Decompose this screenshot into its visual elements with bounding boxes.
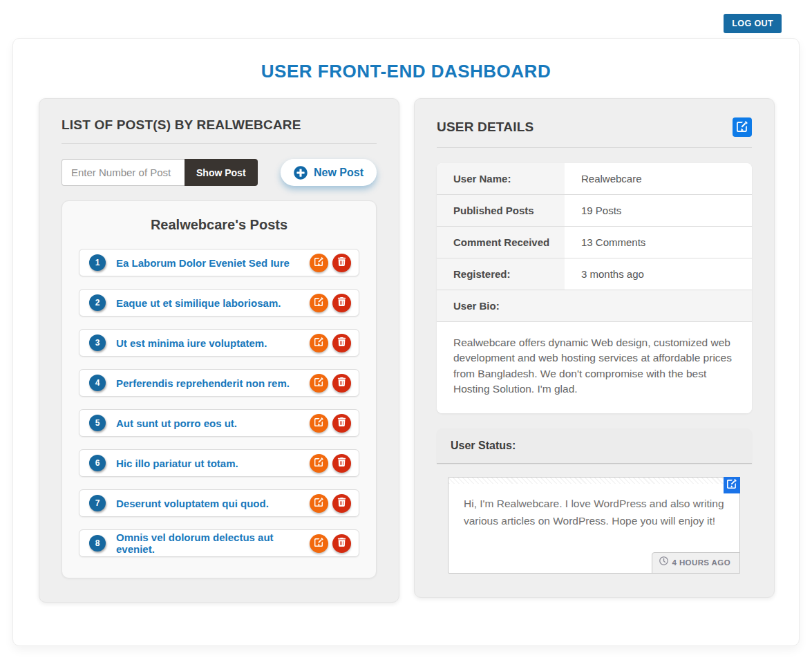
user-details-rows: User Name: Realwebcare Published Posts 1…	[437, 163, 752, 290]
show-post-button[interactable]: Show Post	[185, 159, 258, 186]
edit-post-button[interactable]	[310, 294, 328, 312]
post-title-link[interactable]: Deserunt voluptatem qui quod.	[116, 498, 305, 509]
detail-label: Published Posts	[437, 195, 565, 226]
divider	[437, 147, 752, 148]
post-title-link[interactable]: Perferendis reprehenderit non rem.	[116, 377, 305, 389]
detail-row: Published Posts 19 Posts	[437, 195, 752, 227]
trash-icon	[337, 377, 346, 388]
trash-icon	[337, 297, 346, 308]
delete-post-button[interactable]	[332, 454, 351, 473]
post-title-link[interactable]: Ea Laborum Dolor Eveniet Sed Iure	[116, 257, 305, 269]
user-status-box: Hi, I'm Realwebcare. I love WordPress an…	[448, 477, 740, 574]
post-list-item: 4 Perferendis reprehenderit non rem.	[79, 369, 359, 397]
edit-post-button[interactable]	[310, 494, 328, 513]
post-list-item: 2 Eaque ut et similique laboriosam.	[79, 289, 359, 317]
posts-card: Realwebcare's Posts 1 Ea Laborum Dolor E…	[62, 200, 377, 578]
detail-value: 19 Posts	[565, 195, 752, 226]
dashboard-container: USER FRONT-END DASHBOARD LIST OF POST(S)…	[12, 38, 800, 646]
post-list-item: 8 Omnis vel dolorum delectus aut eveniet…	[79, 529, 359, 557]
edit-post-button[interactable]	[310, 334, 328, 352]
detail-row: Comment Received 13 Comments	[437, 227, 752, 258]
posts-controls: Show Post New Post	[62, 159, 377, 186]
user-bio-text: Realwebcare offers dynamic Web design, c…	[437, 322, 752, 413]
page-title: USER FRONT-END DASHBOARD	[13, 61, 799, 82]
detail-row: Registered: 3 months ago	[437, 258, 752, 290]
edit-icon	[727, 479, 737, 491]
user-status-heading: User Status:	[437, 428, 752, 464]
user-bio-label: User Bio:	[437, 290, 752, 322]
edit-icon	[314, 297, 323, 308]
post-title-link[interactable]: Ut est minima iure voluptatem.	[116, 337, 305, 349]
clock-icon	[659, 556, 668, 569]
trash-icon	[337, 417, 346, 428]
edit-icon	[314, 257, 323, 268]
logout-button[interactable]: LOG OUT	[724, 14, 782, 33]
posts-panel: LIST OF POST(S) BY REALWEBCARE Show Post…	[39, 98, 399, 603]
status-timestamp-badge: 4 HOURS AGO	[652, 552, 741, 574]
post-list-item: 5 Aut sunt ut porro eos ut.	[79, 409, 359, 437]
edit-status-button[interactable]	[724, 477, 740, 493]
posts-list: 1 Ea Laborum Dolor Eveniet Sed Iure	[79, 249, 359, 557]
edit-post-button[interactable]	[310, 254, 328, 272]
edit-icon	[737, 121, 748, 134]
delete-post-button[interactable]	[332, 534, 351, 553]
edit-post-button[interactable]	[310, 454, 328, 473]
post-number-input[interactable]	[62, 159, 185, 186]
posts-card-title: Realwebcare's Posts	[79, 217, 359, 233]
post-list-item: 6 Hic illo pariatur ut totam.	[79, 449, 359, 477]
panels-row: LIST OF POST(S) BY REALWEBCARE Show Post…	[39, 98, 775, 603]
user-status-section: Hi, I'm Realwebcare. I love WordPress an…	[437, 464, 752, 574]
trash-icon	[337, 337, 346, 348]
show-post-input-group: Show Post	[62, 159, 258, 186]
post-title-link[interactable]: Aut sunt ut porro eos ut.	[116, 417, 305, 429]
post-number-badge: 5	[89, 415, 106, 431]
user-details-table: User Name: Realwebcare Published Posts 1…	[437, 163, 752, 413]
delete-post-button[interactable]	[332, 494, 351, 513]
edit-icon	[314, 538, 323, 549]
delete-post-button[interactable]	[332, 414, 351, 433]
post-title-link[interactable]: Omnis vel dolorum delectus aut eveniet.	[116, 531, 305, 555]
delete-post-button[interactable]	[332, 374, 351, 393]
status-timestamp-text: 4 HOURS AGO	[672, 556, 731, 569]
post-title-link[interactable]: Eaque ut et similique laboriosam.	[116, 297, 305, 309]
user-status-text: Hi, I'm Realwebcare. I love WordPress an…	[464, 498, 724, 527]
delete-post-button[interactable]	[332, 254, 351, 272]
edit-icon	[314, 498, 323, 509]
post-number-badge: 2	[89, 294, 106, 311]
posts-panel-heading: LIST OF POST(S) BY REALWEBCARE	[62, 117, 377, 133]
detail-label: User Name:	[437, 163, 565, 194]
post-list-item: 1 Ea Laborum Dolor Eveniet Sed Iure	[79, 249, 359, 276]
user-details-header: USER DETAILS	[437, 117, 752, 137]
edit-user-details-button[interactable]	[733, 117, 752, 137]
trash-icon	[337, 257, 346, 268]
edit-post-button[interactable]	[310, 414, 328, 433]
plus-circle-icon	[294, 166, 308, 180]
edit-icon	[314, 337, 323, 348]
edit-icon	[314, 458, 323, 469]
divider	[62, 143, 377, 144]
post-list-item: 3 Ut est minima iure voluptatem.	[79, 329, 359, 357]
edit-post-button[interactable]	[310, 534, 328, 553]
post-number-badge: 3	[89, 334, 106, 351]
post-list-item: 7 Deserunt voluptatem qui quod.	[79, 489, 359, 517]
user-details-heading: USER DETAILS	[437, 120, 534, 135]
delete-post-button[interactable]	[332, 294, 351, 312]
new-post-button[interactable]: New Post	[281, 159, 377, 186]
new-post-label: New Post	[314, 167, 363, 179]
edit-icon	[314, 417, 323, 428]
post-number-badge: 8	[89, 535, 106, 551]
delete-post-button[interactable]	[332, 334, 351, 352]
trash-icon	[337, 538, 346, 549]
post-number-badge: 7	[89, 495, 106, 511]
post-number-badge: 1	[89, 254, 106, 271]
detail-label: Comment Received	[437, 227, 565, 258]
detail-value: 3 months ago	[565, 258, 752, 290]
user-details-panel: USER DETAILS User Name: Realwebcare	[414, 98, 775, 598]
trash-icon	[337, 498, 346, 509]
trash-icon	[337, 458, 346, 469]
post-title-link[interactable]: Hic illo pariatur ut totam.	[116, 458, 305, 469]
post-number-badge: 4	[89, 375, 106, 391]
detail-row: User Name: Realwebcare	[437, 163, 752, 195]
detail-label: Registered:	[437, 258, 565, 290]
edit-post-button[interactable]	[310, 374, 328, 393]
